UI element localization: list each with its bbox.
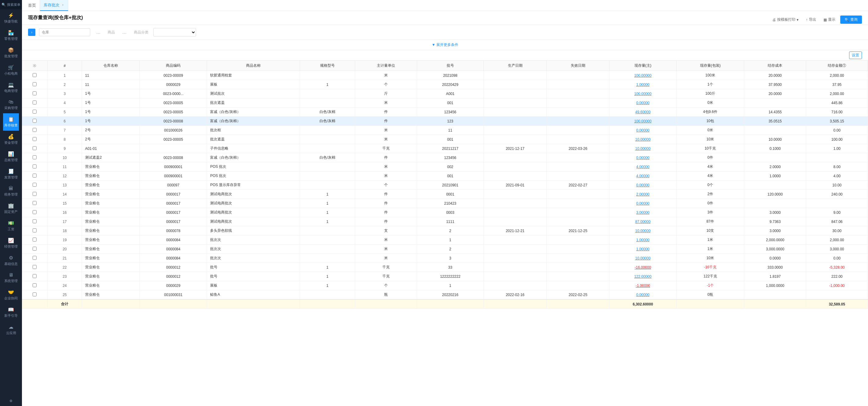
row-checkbox[interactable] xyxy=(22,217,48,226)
cell-unit: 件 xyxy=(355,208,417,217)
warehouse-input[interactable] xyxy=(39,28,90,36)
sidebar-item-guide[interactable]: 📖新手引导 xyxy=(3,304,19,321)
sidebar-item-micro-ecom[interactable]: 🛒小粒电商 xyxy=(3,62,19,79)
sidebar-item-ecom[interactable]: 💻电商管理 xyxy=(3,79,19,96)
row-checkbox[interactable] xyxy=(22,107,48,117)
row-checkbox[interactable] xyxy=(22,171,48,181)
row-checkbox[interactable] xyxy=(22,254,48,263)
tab-close-btn[interactable]: × xyxy=(61,3,64,7)
cell-exp_date xyxy=(547,263,610,272)
sidebar-search[interactable]: 🔍 搜索菜单 xyxy=(0,0,22,9)
row-checkbox[interactable] xyxy=(22,235,48,244)
row-checkbox[interactable] xyxy=(22,263,48,272)
row-checkbox[interactable] xyxy=(22,162,48,171)
cell-qty-main[interactable]: 100.00000 xyxy=(610,71,677,80)
cell-code: 0000017 xyxy=(140,217,207,226)
cell-qty-main[interactable]: 3.00000 xyxy=(610,208,677,217)
export-button[interactable]: ↑ 导出 xyxy=(803,16,818,24)
sidebar-item-inventory[interactable]: 📋库存核查 xyxy=(3,113,19,131)
sidebar-item-basic[interactable]: ⚙基础信息 xyxy=(3,252,19,269)
cell-qty-main[interactable]: 1.00000 xyxy=(610,235,677,244)
cell-qty-main[interactable]: 0.00000 xyxy=(610,181,677,190)
cell-qty-main[interactable]: 4.00000 xyxy=(610,162,677,171)
sidebar-item-wholesale[interactable]: 📦批发管理 xyxy=(3,44,19,62)
row-checkbox[interactable] xyxy=(22,135,48,144)
cell-batch: 20220216 xyxy=(417,290,484,300)
cell-qty-main[interactable]: 100.00000 xyxy=(610,117,677,126)
sidebar-item-cloud[interactable]: ☁云应用 xyxy=(3,321,19,338)
cell-qty-main[interactable]: 0.00000 xyxy=(610,199,677,208)
cell-qty-main[interactable]: 0.00000 xyxy=(610,98,677,107)
sidebar-item-invoice[interactable]: 🧾发票管理 xyxy=(3,165,19,183)
sidebar-item-system[interactable]: 🖥系统管理 xyxy=(3,269,19,286)
sidebar-item-payroll[interactable]: 💵工资 xyxy=(3,217,19,235)
sidebar-item-finance[interactable]: 💰资金管理 xyxy=(3,131,19,148)
sidebar-settings[interactable]: ⚙ xyxy=(0,396,22,406)
row-checkbox[interactable] xyxy=(22,290,48,300)
sidebar-item-quick-nav[interactable]: ⚡快捷导航 xyxy=(3,9,19,27)
col-header-qty_unit: 现存量(包装) xyxy=(676,61,744,71)
settings-button[interactable]: 设置 xyxy=(849,52,862,59)
cell-qty-main[interactable]: 122.00000 xyxy=(610,272,677,281)
cell-qty-main[interactable]: -16.00000 xyxy=(610,263,677,272)
cell-spec xyxy=(300,71,355,80)
footer-cost-empty xyxy=(744,299,806,309)
cell-qty-main[interactable]: 10.00000 xyxy=(610,226,677,235)
sidebar-item-fixed[interactable]: 🏢固定资产 xyxy=(3,200,19,217)
row-checkbox[interactable] xyxy=(22,226,48,235)
filter-dots-1[interactable]: ... xyxy=(94,30,103,35)
sidebar-item-collab[interactable]: 🤝企业协同 xyxy=(3,286,19,304)
row-checkbox[interactable] xyxy=(22,190,48,199)
cell-qty-main[interactable]: 87.00000 xyxy=(610,217,677,226)
row-checkbox[interactable] xyxy=(22,153,48,162)
row-checkbox[interactable] xyxy=(22,126,48,135)
category-select[interactable] xyxy=(153,28,196,37)
sidebar-item-tax[interactable]: 🏛税务管理 xyxy=(3,183,19,200)
filter-nav-button[interactable]: › xyxy=(28,29,35,36)
cell-name: 批次遮盖 xyxy=(207,98,300,107)
sidebar-item-purchase[interactable]: 🛍采购管理 xyxy=(3,96,19,113)
cell-prod_date xyxy=(484,217,547,226)
cell-qty-main[interactable]: 0.00000 xyxy=(610,290,677,300)
row-checkbox[interactable] xyxy=(22,272,48,281)
sidebar-icon-guide: 📖 xyxy=(8,307,14,312)
cell-qty-main[interactable]: 1.00000 xyxy=(610,244,677,254)
category-label: 商品分类 xyxy=(133,30,150,35)
cell-spec: 1 xyxy=(300,208,355,217)
print-button[interactable]: 🖨 按模板打印 ▾ xyxy=(770,16,801,24)
filter-dots-2[interactable]: ... xyxy=(120,30,129,35)
sidebar-item-retail[interactable]: 🏪零售管理 xyxy=(3,27,19,44)
row-checkbox[interactable] xyxy=(22,144,48,153)
cell-qty-main[interactable]: -1.00000 xyxy=(610,281,677,290)
cell-qty-main[interactable]: 2.00000 xyxy=(610,190,677,199)
row-checkbox[interactable] xyxy=(22,199,48,208)
row-checkbox[interactable] xyxy=(22,281,48,290)
row-checkbox[interactable] xyxy=(22,71,48,80)
row-checkbox[interactable] xyxy=(22,89,48,98)
cell-qty-main[interactable]: 10.00000 xyxy=(610,144,677,153)
cell-qty-main[interactable]: 4.00000 xyxy=(610,171,677,181)
display-button[interactable]: ▦ 显示 xyxy=(821,16,838,24)
row-checkbox[interactable] xyxy=(22,181,48,190)
row-checkbox[interactable] xyxy=(22,117,48,126)
row-checkbox[interactable] xyxy=(22,208,48,217)
cell-qty-main[interactable]: 10.00000 xyxy=(610,135,677,144)
row-checkbox[interactable] xyxy=(22,98,48,107)
cell-qty-main[interactable]: 100.00000 xyxy=(610,89,677,98)
query-button[interactable]: 🔍 查询 xyxy=(840,15,862,24)
row-checkbox[interactable] xyxy=(22,80,48,89)
cell-spec xyxy=(300,126,355,135)
cell-qty-main[interactable]: 0.00000 xyxy=(610,153,677,162)
tab-home[interactable]: 首页 xyxy=(24,0,40,11)
cell-name: 富减（白色/灰棉） xyxy=(207,117,300,126)
expand-conditions-button[interactable]: ▼ 展开更多条件 xyxy=(432,42,458,47)
cell-warehouse: 1号 xyxy=(82,89,139,98)
cell-qty-main[interactable]: 49.60000 xyxy=(610,107,677,117)
sidebar-item-ops[interactable]: 📈经营管理 xyxy=(3,235,19,252)
cell-qty-main[interactable]: 10.00000 xyxy=(610,254,677,263)
tab-inventory-batch[interactable]: 库存批次 × xyxy=(40,0,68,11)
row-checkbox[interactable] xyxy=(22,244,48,254)
cell-qty-main[interactable]: 0.00000 xyxy=(610,126,677,135)
sidebar-item-general[interactable]: 📊总账管理 xyxy=(3,148,19,165)
cell-qty-main[interactable]: 1.00000 xyxy=(610,80,677,89)
